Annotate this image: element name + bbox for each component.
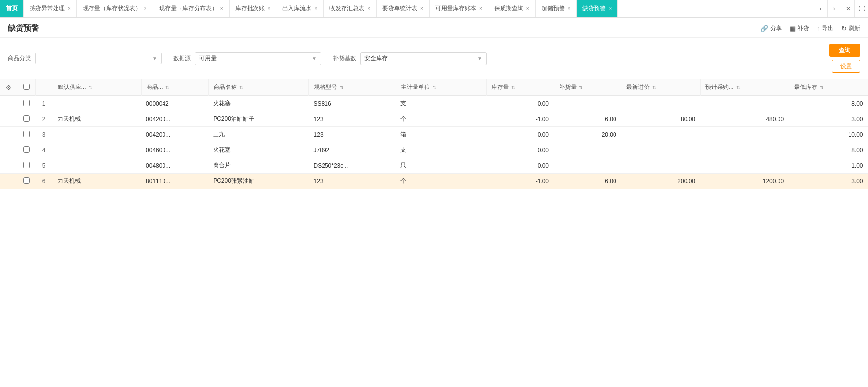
col-header-plan[interactable]: 预计采购... ⇅ [700, 79, 789, 96]
refresh-button[interactable]: ↻ 刷新 [841, 24, 860, 33]
gear-icon[interactable]: ⚙ [5, 84, 12, 91]
col-header-num [35, 79, 53, 96]
nav-tab-close[interactable]: × [220, 6, 223, 11]
row-checkbox[interactable] [23, 115, 30, 122]
select-all-checkbox[interactable] [23, 84, 30, 90]
col-header-gear: ⚙ [0, 79, 18, 96]
nav-tab-flow[interactable]: 出入库流水× [276, 0, 324, 17]
col-header-replenish[interactable]: 补货量 ⇅ [554, 79, 621, 96]
nav-tab-close[interactable]: × [144, 6, 147, 11]
col-header-unit[interactable]: 主计量单位 ⇅ [396, 79, 486, 96]
replenish-icon: ▦ [790, 25, 796, 32]
row-checkbox[interactable] [23, 177, 30, 184]
settings-button[interactable]: 设置 [832, 60, 860, 73]
category-select[interactable]: ▼ [35, 53, 162, 64]
export-icon: ↑ [817, 25, 820, 32]
col-header-supplier[interactable]: 默认供应... ⇅ [53, 79, 141, 96]
table-wrapper: ⚙默认供应... ⇅商品... ⇅商品名称 ⇅规格型号 ⇅主计量单位 ⇅库存量 … [0, 79, 868, 189]
refresh-icon: ↻ [841, 25, 847, 32]
row-checkbox-cell [18, 96, 35, 111]
replenish-dropdown-icon: ▼ [477, 56, 482, 61]
col-header-spec[interactable]: 规格型号 ⇅ [309, 79, 396, 96]
col-header-check [18, 79, 35, 96]
col-header-name[interactable]: 商品名称 ⇅ [208, 79, 308, 96]
row-minstock: 8.00 [789, 142, 868, 158]
share-button[interactable]: 🔗 分享 [760, 24, 782, 33]
datasource-filter-group: 数据源 可用量 ▼ [173, 52, 321, 65]
nav-tab-overstock[interactable]: 超储预警× [536, 0, 577, 17]
row-stock: -1.00 [486, 111, 554, 127]
replenish-button[interactable]: ▦ 补货 [790, 24, 809, 33]
row-minstock: 3.00 [789, 174, 868, 189]
col-header-code[interactable]: 商品... ⇅ [141, 79, 208, 96]
nav-tab-exception[interactable]: 拣货异常处理× [24, 0, 77, 17]
row-checkbox[interactable] [23, 131, 30, 137]
nav-tab-close[interactable]: × [314, 6, 317, 11]
nav-tab-close[interactable]: × [420, 6, 423, 11]
nav-prev-btn[interactable]: ‹ [814, 0, 827, 18]
row-gear [0, 158, 18, 174]
nav-tab-label: 缺货预警 [582, 4, 606, 13]
sort-icon: ⇅ [736, 85, 740, 90]
nav-tab-shortage[interactable]: 缺货预警× [577, 0, 618, 17]
row-unit: 支 [396, 96, 486, 111]
row-checkbox-cell [18, 142, 35, 158]
row-stock: -1.00 [486, 174, 554, 189]
col-header-minstock[interactable]: 最低库存 ⇅ [789, 79, 868, 96]
row-number: 5 [35, 158, 53, 174]
nav-tab-home[interactable]: 首页 [0, 0, 24, 17]
nav-tab-batch[interactable]: 库存批次账× [230, 0, 277, 17]
datasource-select[interactable]: 可用量 ▼ [195, 52, 321, 65]
col-header-stock[interactable]: 库存量 ⇅ [486, 79, 554, 96]
nav-tab-inventory-dist[interactable]: 现存量（库存分布表）× [153, 0, 230, 17]
table-row: 10000042火花塞SS816支0.008.00 [0, 96, 868, 111]
row-checkbox[interactable] [23, 100, 30, 106]
row-gear [0, 174, 18, 189]
nav-tab-close[interactable]: × [479, 6, 482, 11]
row-code: 004200... [141, 127, 208, 142]
row-checkbox[interactable] [23, 146, 30, 153]
query-button[interactable]: 查询 [829, 44, 860, 57]
nav-tab-close[interactable]: × [568, 6, 571, 11]
nav-tab-close[interactable]: × [367, 6, 370, 11]
filter-bar: 商品分类 ▼ 数据源 可用量 ▼ 补货基数 安全库存 ▼ 查询 设置 [0, 38, 868, 79]
nav-fullscreen-btn[interactable]: ⛶ [854, 0, 868, 18]
nav-tab-receipt[interactable]: 收发存汇总表× [324, 0, 377, 17]
row-spec: 123 [309, 174, 396, 189]
nav-close-btn[interactable]: ✕ [841, 0, 854, 18]
row-plan: 480.00 [700, 111, 789, 127]
nav-tab-close[interactable]: × [526, 6, 529, 11]
row-code: 004600... [141, 142, 208, 158]
row-number: 2 [35, 111, 53, 127]
nav-tab-demand[interactable]: 要货单统计表× [377, 0, 430, 17]
nav-tab-available[interactable]: 可用量库存账本× [430, 0, 488, 17]
nav-tab-expiry[interactable]: 保质期查询× [488, 0, 536, 17]
row-unit: 箱 [396, 127, 486, 142]
row-name: 离合片 [208, 158, 308, 174]
row-spec: 123 [309, 127, 396, 142]
row-spec: J7092 [309, 142, 396, 158]
nav-tab-close[interactable]: × [609, 6, 612, 11]
row-unit: 支 [396, 142, 486, 158]
replenish-label: 补货基数 [333, 54, 356, 63]
row-price [621, 142, 700, 158]
col-header-price[interactable]: 最新进价 ⇅ [621, 79, 700, 96]
filter-actions: 查询 设置 [829, 44, 860, 73]
nav-tab-close[interactable]: × [268, 6, 271, 11]
row-name: 三九 [208, 127, 308, 142]
row-minstock: 1.00 [789, 158, 868, 174]
row-minstock: 8.00 [789, 96, 868, 111]
category-dropdown-icon: ▼ [152, 56, 157, 61]
nav-tab-close[interactable]: × [68, 6, 71, 11]
row-stock: 0.00 [486, 142, 554, 158]
row-plan [700, 96, 789, 111]
row-checkbox[interactable] [23, 162, 30, 168]
sort-icon: ⇅ [652, 85, 656, 90]
nav-tab-label: 可用量库存账本 [435, 4, 476, 13]
replenish-select[interactable]: 安全库存 ▼ [360, 52, 487, 65]
export-button[interactable]: ↑ 导出 [817, 24, 834, 33]
nav-next-btn[interactable]: › [827, 0, 841, 18]
nav-tab-inventory-status[interactable]: 现存量（库存状况表）× [77, 0, 153, 17]
datasource-dropdown-icon: ▼ [312, 56, 317, 61]
row-checkbox-cell [18, 158, 35, 174]
